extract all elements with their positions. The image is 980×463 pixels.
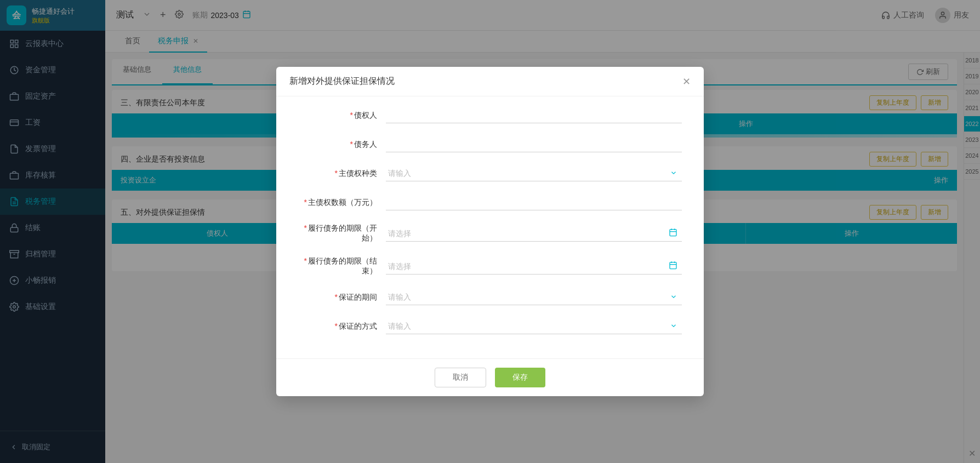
- field-debtor: *债务人: [298, 136, 682, 152]
- debt-start-input[interactable]: [386, 226, 682, 242]
- debt-start-calendar-icon[interactable]: [669, 228, 677, 239]
- svg-rect-22: [670, 230, 676, 236]
- guarantee-period-input[interactable]: [386, 289, 682, 305]
- field-claim-type: *主债权种类: [298, 165, 682, 181]
- claim-type-input[interactable]: [386, 165, 682, 181]
- modal-overlay[interactable]: 新增对外提供保证担保情况 ✕ *债权人 *债务人: [0, 0, 980, 463]
- modal-title: 新增对外提供保证担保情况: [289, 76, 395, 87]
- save-button[interactable]: 保存: [495, 368, 545, 387]
- svg-rect-26: [670, 262, 676, 269]
- cancel-button[interactable]: 取消: [435, 368, 486, 387]
- creditor-input[interactable]: [386, 107, 682, 123]
- debtor-input[interactable]: [386, 136, 682, 152]
- modal-close-button[interactable]: ✕: [682, 77, 691, 87]
- modal-footer: 取消 保存: [276, 358, 704, 396]
- claim-amount-input[interactable]: [386, 195, 682, 210]
- field-debt-end: *履行债务的期限（结束）: [298, 256, 682, 276]
- modal-dialog: 新增对外提供保证担保情况 ✕ *债权人 *债务人: [276, 67, 704, 396]
- modal-header: 新增对外提供保证担保情况 ✕: [276, 67, 704, 96]
- field-guarantee-method: *保证的方式: [298, 318, 682, 334]
- debt-end-calendar-icon[interactable]: [669, 261, 677, 272]
- field-creditor: *债权人: [298, 107, 682, 123]
- modal-body: *债权人 *债务人 *主债权种类: [276, 96, 704, 358]
- field-guarantee-period: *保证的期间: [298, 289, 682, 305]
- debt-end-input[interactable]: [386, 259, 682, 275]
- guarantee-method-input[interactable]: [386, 318, 682, 334]
- field-debt-start: *履行债务的期限（开始）: [298, 224, 682, 243]
- field-claim-amount: *主债权数额（万元）: [298, 195, 682, 210]
